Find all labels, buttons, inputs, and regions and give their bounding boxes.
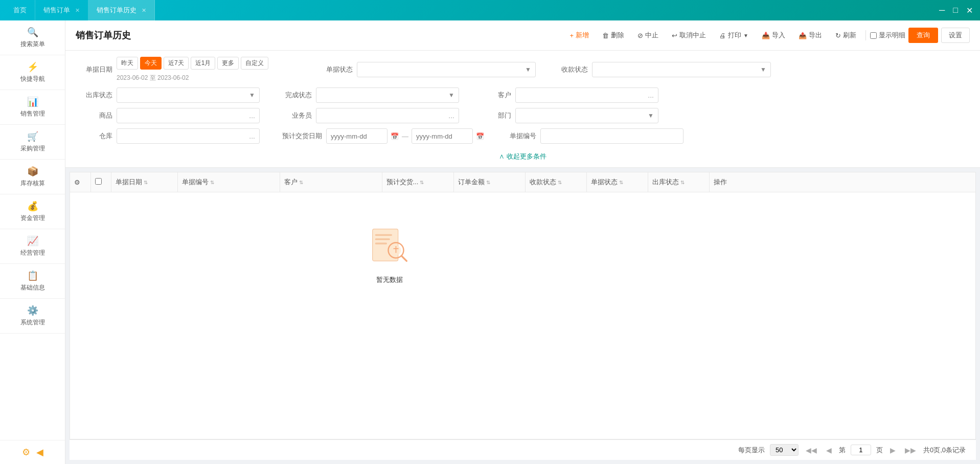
inventory-icon: 📦 bbox=[27, 166, 38, 177]
completion-status-select[interactable]: ▼ bbox=[316, 87, 459, 103]
sidebar-item-operations[interactable]: 📈 经营管理 bbox=[0, 229, 65, 264]
import-btn[interactable]: 📥 导入 bbox=[757, 28, 790, 42]
page-size-select[interactable]: 50 10 20 100 bbox=[770, 444, 799, 456]
tab-sales-order-history[interactable]: 销售订单历史 ✕ bbox=[88, 0, 155, 20]
date-range-text: 2023-06-02 至 2023-06-02 bbox=[117, 74, 189, 82]
operations-icon: 📈 bbox=[27, 235, 38, 247]
delivery-date-from-input[interactable] bbox=[326, 128, 388, 144]
refresh-btn[interactable]: ↻ 刷新 bbox=[830, 28, 861, 42]
sidebar-item-finance[interactable]: 💰 资金管理 bbox=[0, 194, 65, 229]
window-close-btn[interactable]: ✕ bbox=[964, 5, 975, 16]
tab-sales-order-close[interactable]: ✕ bbox=[75, 7, 80, 14]
purchase-mgmt-icon: 🛒 bbox=[27, 131, 38, 142]
th-checkbox bbox=[90, 172, 111, 192]
display-cols-check[interactable] bbox=[870, 32, 877, 39]
date-yesterday-btn[interactable]: 昨天 bbox=[117, 57, 138, 70]
delete-btn[interactable]: 🗑 删除 bbox=[597, 28, 629, 42]
last-page-btn[interactable]: ▶▶ bbox=[903, 445, 918, 455]
import-label: 导入 bbox=[772, 31, 785, 40]
page-number-input[interactable] bbox=[851, 445, 871, 455]
department-label: 部门 bbox=[474, 111, 515, 120]
th-date-sort-icon[interactable]: ⇅ bbox=[144, 180, 148, 185]
date-more-btn[interactable]: 更多 bbox=[217, 57, 239, 70]
order-number-input[interactable] bbox=[540, 128, 683, 144]
sidebar-item-basic-info[interactable]: 📋 基础信息 bbox=[0, 264, 65, 299]
refresh-icon: ↻ bbox=[835, 32, 841, 39]
sidebar-item-quick-nav[interactable]: ⚡ 快捷导航 bbox=[0, 55, 65, 90]
print-btn[interactable]: 🖨 打印 ▼ bbox=[714, 28, 754, 42]
order-status-chevron: ▼ bbox=[525, 66, 531, 73]
tab-sales-order[interactable]: 销售订单 ✕ bbox=[35, 0, 88, 20]
th-delivery-sort-icon[interactable]: ⇅ bbox=[420, 180, 424, 185]
window-minimize-btn[interactable]: ─ bbox=[937, 5, 947, 16]
th-customer-sort-icon[interactable]: ⇅ bbox=[299, 180, 303, 185]
th-amount-sort-icon[interactable]: ⇅ bbox=[486, 180, 490, 185]
window-maximize-btn[interactable]: □ bbox=[951, 5, 960, 16]
date-last7-btn[interactable]: 近7天 bbox=[164, 57, 189, 70]
department-select[interactable]: ▼ bbox=[515, 108, 658, 123]
tab-sales-order-history-close[interactable]: ✕ bbox=[142, 7, 146, 14]
th-date-label: 单据日期 bbox=[116, 178, 142, 187]
date-label: 单据日期 bbox=[76, 65, 117, 74]
th-payment-status-label: 收款状态 bbox=[530, 178, 556, 187]
payment-status-select[interactable]: ▼ bbox=[592, 62, 771, 77]
date-last1m-btn[interactable]: 近1月 bbox=[191, 57, 216, 70]
sidebar-item-sales-mgmt[interactable]: 📊 销售管理 bbox=[0, 90, 65, 125]
sidebar-settings-btn[interactable]: ⚙ bbox=[22, 447, 30, 458]
sidebar-item-operations-label: 经营管理 bbox=[20, 249, 45, 257]
select-all-checkbox[interactable] bbox=[95, 178, 102, 185]
date-custom-btn[interactable]: 自定义 bbox=[241, 57, 268, 70]
table-settings-icon[interactable]: ⚙ bbox=[74, 179, 80, 186]
query-btn[interactable]: 查询 bbox=[908, 28, 938, 43]
sidebar-item-purchase-mgmt[interactable]: 🛒 采购管理 bbox=[0, 125, 65, 160]
table-header-row: ⚙ 单据日期 ⇅ 单据编号 bbox=[70, 172, 975, 192]
sidebar-collapse-btn[interactable]: ◀ bbox=[36, 447, 43, 458]
sales-mgmt-icon: 📊 bbox=[27, 96, 38, 107]
delivery-date-to-input[interactable] bbox=[412, 128, 473, 144]
th-number: 单据编号 ⇅ bbox=[177, 172, 280, 192]
collapse-bar[interactable]: ∧ 收起更多条件 bbox=[76, 149, 970, 161]
delivery-date-label: 预计交货日期 bbox=[275, 131, 326, 141]
payment-status-chevron: ▼ bbox=[760, 66, 766, 73]
outbound-status-select[interactable]: ▼ bbox=[117, 87, 260, 103]
th-number-sort-icon[interactable]: ⇅ bbox=[210, 180, 214, 185]
th-delivery-date-label: 预计交货... bbox=[386, 178, 419, 187]
table-body: 暂无数据 bbox=[70, 192, 975, 316]
salesperson-select[interactable]: ... bbox=[316, 108, 459, 123]
warehouse-select[interactable]: ... bbox=[117, 128, 260, 144]
tab-home-label: 首页 bbox=[13, 6, 27, 15]
tab-home[interactable]: 首页 bbox=[5, 0, 35, 20]
export-btn[interactable]: 📤 导出 bbox=[793, 28, 827, 42]
th-payment-sort-icon[interactable]: ⇅ bbox=[558, 180, 562, 185]
setting-btn[interactable]: 设置 bbox=[941, 28, 970, 43]
salesperson-dots-icon[interactable]: ... bbox=[448, 112, 454, 120]
th-order-status-label: 单据状态 bbox=[591, 178, 618, 187]
sidebar-item-inventory[interactable]: 📦 库存核算 bbox=[0, 160, 65, 194]
prev-page-btn[interactable]: ◀ bbox=[824, 445, 834, 455]
first-page-btn[interactable]: ◀◀ bbox=[804, 445, 819, 455]
display-cols-checkbox[interactable]: 显示明细 bbox=[870, 31, 905, 40]
top-bar: 首页 销售订单 ✕ 销售订单历史 ✕ ─ □ ✕ bbox=[0, 0, 980, 20]
product-select[interactable]: ... bbox=[117, 108, 260, 123]
department-chevron: ▼ bbox=[648, 112, 654, 119]
th-actions: 操作 bbox=[709, 172, 975, 192]
new-btn[interactable]: + 新增 bbox=[565, 28, 595, 42]
calendar-from-icon[interactable]: 📅 bbox=[391, 132, 399, 140]
th-date: 单据日期 ⇅ bbox=[111, 172, 177, 192]
calendar-to-icon[interactable]: 📅 bbox=[476, 132, 484, 140]
th-order-sort-icon[interactable]: ⇅ bbox=[619, 180, 623, 185]
product-dots-icon[interactable]: ... bbox=[249, 112, 255, 120]
customer-select[interactable]: ... bbox=[515, 87, 658, 103]
date-today-btn[interactable]: 今天 bbox=[140, 57, 162, 70]
next-page-btn[interactable]: ▶ bbox=[888, 445, 898, 455]
sidebar-item-system-mgmt[interactable]: ⚙️ 系统管理 bbox=[0, 299, 65, 334]
order-status-select[interactable]: ▼ bbox=[357, 62, 536, 77]
warehouse-dots-icon[interactable]: ... bbox=[249, 132, 255, 140]
customer-label: 客户 bbox=[474, 91, 515, 100]
sidebar-item-search-menu[interactable]: 🔍 搜索菜单 bbox=[0, 20, 65, 55]
customer-dots-icon[interactable]: ... bbox=[648, 91, 654, 99]
th-outbound-sort-icon[interactable]: ⇅ bbox=[680, 180, 685, 185]
th-actions-label: 操作 bbox=[714, 178, 727, 186]
cancel-stop-btn[interactable]: ↩ 取消中止 bbox=[667, 28, 711, 42]
stop-btn[interactable]: ⊘ 中止 bbox=[632, 28, 664, 42]
